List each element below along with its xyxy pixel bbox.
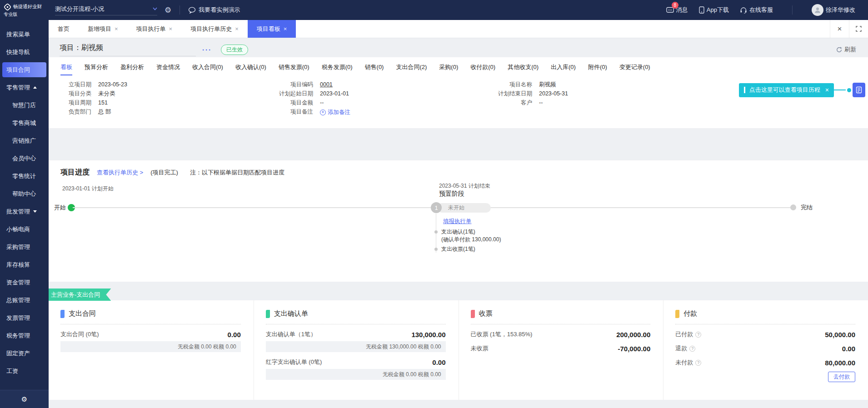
- sidebar-item-label: 零售统计: [12, 172, 36, 180]
- sidebar-item-help-center[interactable]: 帮助中心: [0, 185, 49, 203]
- sidebar-item-label: 固定资产: [6, 349, 30, 358]
- card-row: 支出合同 (0笔) 0.00: [60, 330, 241, 338]
- online-service-button[interactable]: 在线客服: [740, 6, 773, 14]
- demo-link[interactable]: 我要看实例演示: [188, 6, 240, 14]
- sidebar-item-fund-mgmt[interactable]: 资金管理: [0, 274, 49, 291]
- field-value: 刷视频: [532, 82, 568, 91]
- sidebar-item-member-center[interactable]: 会员中心: [0, 149, 49, 167]
- tab-income-confirm[interactable]: 收入确认(0): [235, 63, 266, 75]
- card-header: 支出合同: [60, 309, 241, 324]
- tab-tax-invoice[interactable]: 税务发票(0): [322, 63, 353, 75]
- timeline-end-dot: [790, 204, 796, 210]
- fill-order-link[interactable]: 填报执行单: [443, 218, 472, 225]
- tab-project-order-history[interactable]: 项目执行单历史×: [181, 20, 248, 38]
- more-options-icon[interactable]: ···: [202, 46, 212, 54]
- sidebar-item-retail-mall[interactable]: 零售商城: [0, 114, 49, 132]
- sidebar-item-search-menu[interactable]: 搜索菜单: [0, 25, 49, 43]
- close-icon[interactable]: ×: [284, 25, 287, 32]
- tab-expense-contract[interactable]: 支出合同(2): [396, 63, 427, 75]
- timeline-event-dot: [434, 230, 438, 234]
- gear-icon[interactable]: ⚙: [165, 6, 171, 14]
- card-marker: [60, 310, 65, 318]
- sidebar-item-general-ledger[interactable]: 总账管理: [0, 291, 49, 309]
- row-label: 已收票 (1笔，153.85%): [471, 330, 533, 338]
- app-logo: 畅捷通好业财 专业版: [0, 1, 49, 19]
- row-label: 支出合同 (0笔): [60, 330, 99, 338]
- close-icon[interactable]: ×: [115, 25, 118, 32]
- tab-other-income-expense[interactable]: 其他收支(0): [508, 63, 539, 75]
- tab-home[interactable]: 首页: [49, 20, 79, 38]
- help-icon[interactable]: [695, 360, 701, 366]
- project-title[interactable]: 项目： 刷视频: [60, 43, 196, 56]
- card-payment: 付款 已付款 50,000.00 退款 0.00 未付款 80,000.00 去…: [663, 300, 868, 400]
- status-badge: 已生效: [221, 45, 248, 55]
- field-value: 未分类: [91, 91, 127, 100]
- tab-income-contract[interactable]: 收入合同(0): [192, 63, 223, 75]
- card-row: 未收票 -70,000.00: [471, 344, 651, 353]
- card-header: 支出确认单: [266, 309, 446, 324]
- tab-board[interactable]: 看板: [60, 63, 72, 75]
- sidebar-item-wholesale-mgmt[interactable]: 批发管理: [0, 203, 49, 220]
- field-value: 总 部: [91, 109, 127, 118]
- row-label: 已付款: [675, 330, 693, 338]
- timeline-plan-end-date: 2023-05-31 计划结束: [439, 182, 490, 190]
- document-icon: [856, 86, 862, 94]
- sidebar-item-tax-mgmt[interactable]: 税务管理: [0, 327, 49, 344]
- sidebar-item-fixed-assets[interactable]: 固定资产: [0, 344, 49, 362]
- tab-purchase[interactable]: 采购(0): [439, 63, 458, 75]
- tab-fund-status[interactable]: 资金情况: [156, 63, 180, 75]
- user-menu[interactable]: 徐泽华修改: [812, 4, 855, 16]
- tab-payments[interactable]: 收付款(0): [470, 63, 495, 75]
- refresh-button[interactable]: 刷新: [836, 45, 856, 54]
- tab-project-order[interactable]: 项目执行单×: [127, 20, 182, 38]
- sidebar-item-xiaochang-ecom[interactable]: 小畅电商: [0, 220, 49, 238]
- sidebar-item-marketing[interactable]: 营销推广: [0, 132, 49, 149]
- tab-label: 新增项目: [88, 25, 111, 33]
- tab-budget-analysis[interactable]: 预算分析: [85, 63, 108, 75]
- sidebar-item-project-contract[interactable]: 项目合同: [2, 62, 46, 77]
- sidebar-item-quick-nav[interactable]: 快捷导航: [0, 43, 49, 61]
- add-note-label: 添加备注: [328, 109, 350, 115]
- sidebar-settings-button[interactable]: ⚙: [0, 390, 49, 408]
- window-tabbar: 首页 新增项目× 项目执行单× 项目执行单历史× 项目看板× ×: [49, 20, 868, 38]
- tab-project-board[interactable]: 项目看板×: [248, 20, 296, 38]
- content-tabs: 看板 预算分析 盈利分析 资金情况 收入合同(0) 收入确认(0) 销售发票(0…: [49, 57, 868, 75]
- project-history-button[interactable]: [853, 83, 865, 97]
- workspace-selector[interactable]: 测试分开流程-小况: [55, 5, 157, 15]
- tab-stock-in-out[interactable]: 出入库(0): [551, 63, 576, 75]
- sidebar-item-invoice-mgmt[interactable]: 发票管理: [0, 309, 49, 327]
- sidebar-item-label: 发票管理: [6, 314, 30, 322]
- tax-strip: 无税金额 0.00 税额 0.00: [266, 369, 446, 380]
- sidebar-item-label: 资金管理: [6, 279, 30, 287]
- go-pay-button[interactable]: 去付款: [828, 372, 855, 382]
- close-icon[interactable]: ×: [169, 25, 173, 32]
- tab-label: 项目执行单历史: [190, 25, 232, 33]
- tab-change-log[interactable]: 变更记录(0): [619, 63, 650, 75]
- close-icon[interactable]: ×: [825, 86, 829, 94]
- card-header: 付款: [675, 309, 855, 324]
- messages-button[interactable]: 消息 8: [666, 6, 688, 14]
- sidebar-item-purchase-mgmt[interactable]: 采购管理: [0, 238, 49, 256]
- sidebar-item-smart-store[interactable]: 智慧门店: [0, 96, 49, 114]
- fullscreen-button[interactable]: [849, 20, 868, 38]
- help-icon[interactable]: [695, 332, 701, 338]
- sidebar-item-inventory-accounting[interactable]: 库存核算: [0, 256, 49, 274]
- project-code-link[interactable]: 0001: [320, 81, 333, 88]
- sidebar-item-retail-mgmt[interactable]: 零售管理: [0, 79, 49, 96]
- close-all-tabs-button[interactable]: ×: [830, 20, 849, 38]
- sidebar-item-payroll[interactable]: 工资: [0, 362, 49, 380]
- add-note-link[interactable]: 添加备注: [320, 109, 350, 115]
- tooltip-connector-dot: [847, 88, 851, 92]
- tab-sales-invoice[interactable]: 销售发票(0): [279, 63, 309, 75]
- app-download-button[interactable]: App下载: [699, 6, 729, 14]
- card-row: 未付款 80,000.00: [675, 358, 855, 367]
- tab-attachments[interactable]: 附件(0): [588, 63, 607, 75]
- card-title: 支出确认单: [274, 309, 308, 318]
- help-icon[interactable]: [689, 346, 695, 352]
- tab-sales[interactable]: 销售(0): [365, 63, 384, 75]
- sidebar-item-retail-stats[interactable]: 零售统计: [0, 167, 49, 185]
- tab-new-project[interactable]: 新增项目×: [79, 20, 127, 38]
- tab-profit-analysis[interactable]: 盈利分析: [120, 63, 144, 75]
- close-icon[interactable]: ×: [235, 25, 239, 32]
- card-expense-contract: 支出合同 支出合同 (0笔) 0.00 无税金额 0.00 税额 0.00: [49, 300, 254, 400]
